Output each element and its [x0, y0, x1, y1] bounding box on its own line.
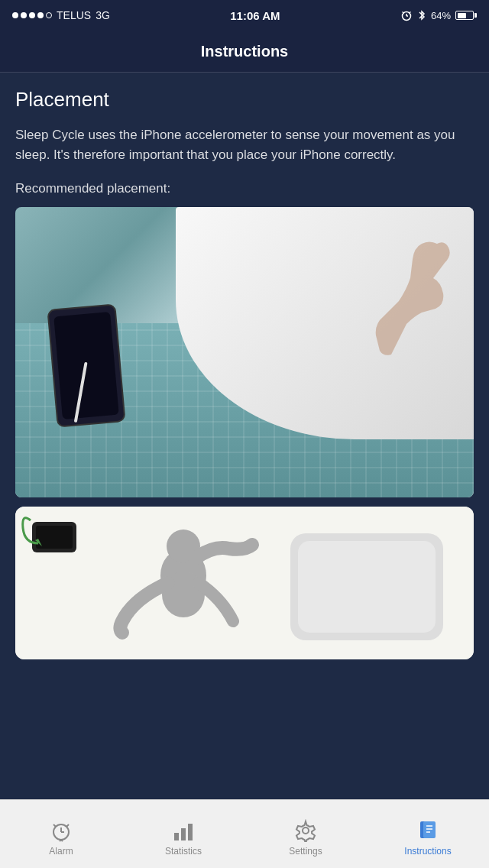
- tab-bar: Alarm Statistics Settings: [0, 799, 489, 868]
- tab-statistics[interactable]: Statistics: [122, 812, 244, 857]
- svg-point-24: [303, 828, 309, 834]
- battery-icon: [455, 11, 477, 20]
- placement-body: Sleep Cycle uses the iPhone acceleromete…: [0, 119, 489, 178]
- svg-line-3: [402, 12, 403, 14]
- alarm-tab-icon: [49, 818, 73, 843]
- signal-dots: [12, 12, 52, 18]
- svg-line-18: [66, 824, 69, 827]
- svg-line-4: [409, 12, 410, 14]
- svg-line-17: [53, 824, 56, 827]
- statistics-tab-icon: [171, 818, 196, 843]
- signal-dot-5: [46, 12, 52, 18]
- placement-photo: [15, 207, 474, 497]
- diagram-icon: [15, 507, 474, 659]
- svg-rect-26: [423, 821, 436, 838]
- tab-alarm[interactable]: Alarm: [0, 812, 122, 857]
- alarm-status-icon: [400, 9, 413, 21]
- battery-percent: 64%: [431, 10, 451, 21]
- svg-line-20: [61, 840, 63, 841]
- tab-settings[interactable]: Settings: [244, 812, 367, 857]
- diagram-photo: [15, 507, 474, 659]
- status-bar: TELUS 3G 11:06 AM 64%: [0, 0, 489, 31]
- statistics-tab-label: Statistics: [165, 846, 202, 857]
- signal-dot-3: [29, 12, 35, 18]
- carrier-label: TELUS: [57, 9, 91, 21]
- svg-rect-13: [298, 541, 436, 633]
- bluetooth-icon: [417, 9, 426, 21]
- svg-rect-23: [188, 824, 193, 840]
- svg-rect-22: [181, 828, 186, 840]
- network-label: 3G: [96, 9, 110, 21]
- status-left: TELUS 3G: [12, 9, 110, 21]
- signal-dot-1: [12, 12, 18, 18]
- recommended-label: Recommended placement:: [0, 178, 489, 207]
- instructions-tab-icon: [416, 818, 440, 843]
- tab-instructions[interactable]: Instructions: [367, 812, 489, 857]
- alarm-tab-label: Alarm: [49, 846, 73, 857]
- svg-rect-21: [174, 833, 179, 840]
- hand-image: [368, 236, 460, 358]
- time-display: 11:06 AM: [230, 9, 280, 22]
- status-right: 64%: [400, 9, 477, 21]
- nav-bar: Instructions: [0, 31, 489, 73]
- signal-dot-2: [21, 12, 27, 18]
- instructions-tab-label: Instructions: [404, 846, 451, 857]
- settings-tab-icon: [293, 818, 318, 843]
- content-area: Placement Sleep Cycle uses the iPhone ac…: [0, 73, 489, 799]
- settings-tab-label: Settings: [289, 846, 322, 857]
- signal-dot-4: [37, 12, 44, 18]
- page-title: Instructions: [201, 43, 288, 60]
- placement-heading: Placement: [0, 73, 489, 119]
